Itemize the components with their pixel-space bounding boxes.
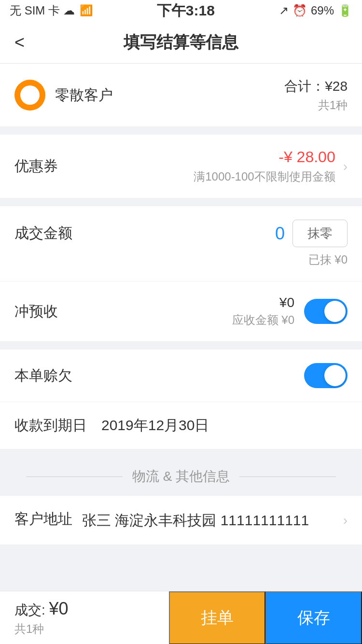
- prepay-toggle[interactable]: [304, 299, 348, 324]
- wifi-icon: 📶: [80, 4, 93, 17]
- alarm-icon: ⏰: [292, 4, 307, 17]
- summary-deal-amount: ¥0: [49, 599, 69, 618]
- address-label: 客户地址: [14, 509, 72, 529]
- due-date-value: 2019年12月30日: [101, 416, 209, 435]
- logistics-line-left: [26, 476, 123, 477]
- summary-count: 共1种: [14, 621, 154, 637]
- customer-left: 零散客户: [14, 80, 113, 111]
- divider-1: [0, 127, 362, 135]
- address-row[interactable]: 客户地址 张三 海淀永丰科技园 11111111111 ›: [0, 496, 362, 545]
- due-date-label: 收款到期日: [14, 416, 87, 435]
- status-time: 下午3:18: [157, 1, 215, 21]
- summary-deal-label: 成交:: [14, 602, 45, 617]
- toggle-knob: [324, 301, 346, 322]
- hold-button[interactable]: 挂单: [169, 591, 265, 644]
- divider-4: [0, 449, 362, 457]
- coupon-chevron: ›: [343, 159, 348, 174]
- customer-section: 零散客户 合计：¥28 共1种: [0, 64, 362, 127]
- deal-amount-section: 成交金额 0 抹零 已抹 ¥0: [0, 206, 362, 281]
- save-button[interactable]: 保存: [265, 591, 362, 644]
- prepay-amount: ¥0: [232, 295, 294, 310]
- main-content: 零散客户 合计：¥28 共1种 优惠券 -¥ 28.00 满1000-100不限…: [0, 64, 362, 644]
- battery-level: 69%: [311, 4, 334, 17]
- status-bar: 无 SIM 卡 ☁ 📶 下午3:18 ↗ ⏰ 69% 🔋: [0, 0, 362, 21]
- logistics-section-header: 物流 & 其他信息: [0, 457, 362, 496]
- bottom-summary: 成交: ¥0 共1种: [0, 599, 169, 637]
- logistics-line-right: [239, 476, 336, 477]
- total-price: 合计：¥28: [284, 77, 348, 96]
- status-right: ↗ ⏰ 69% 🔋: [279, 4, 352, 17]
- due-date-row[interactable]: 收款到期日 2019年12月30日: [0, 402, 362, 449]
- coupon-label: 优惠券: [14, 156, 58, 176]
- address-chevron: ›: [343, 513, 348, 528]
- prepay-right: ¥0 应收金额 ¥0: [232, 295, 348, 328]
- debit-row: 本单赊欠: [0, 350, 362, 402]
- divider-3: [0, 342, 362, 350]
- back-icon: <: [14, 32, 25, 52]
- address-value: 张三 海淀永丰科技园 11111111111: [82, 509, 309, 531]
- debit-label: 本单赊欠: [14, 366, 72, 386]
- debit-toggle-knob: [324, 365, 346, 386]
- divider-2: [0, 198, 362, 206]
- coupon-desc: 满1000-100不限制使用金额: [194, 169, 335, 184]
- prepay-amounts: ¥0 应收金额 ¥0: [232, 295, 294, 328]
- coupon-row[interactable]: 优惠券 -¥ 28.00 满1000-100不限制使用金额 ›: [0, 135, 362, 198]
- deal-row-top: 成交金额 0 抹零: [14, 220, 348, 247]
- customer-name: 零散客户: [55, 85, 113, 105]
- battery-icon: 🔋: [338, 4, 352, 17]
- coupon-value-group: -¥ 28.00 满1000-100不限制使用金额: [194, 148, 335, 184]
- logistics-label: 物流 & 其他信息: [132, 467, 230, 486]
- total-count: 共1种: [284, 98, 348, 113]
- summary-line1: 成交: ¥0: [14, 599, 154, 619]
- prepay-sub: 应收金额 ¥0: [232, 312, 294, 328]
- page-title: 填写结算等信息: [124, 31, 238, 54]
- prepay-row: 冲预收 ¥0 应收金额 ¥0: [0, 281, 362, 342]
- customer-right: 合计：¥28 共1种: [284, 77, 348, 113]
- sim-status: 无 SIM 卡 ☁: [10, 3, 75, 18]
- avatar-icon: [20, 85, 40, 105]
- customer-avatar: [14, 80, 45, 111]
- back-button[interactable]: <: [14, 32, 25, 53]
- deal-amount-label: 成交金额: [14, 224, 72, 243]
- address-left: 客户地址 张三 海淀永丰科技园 11111111111: [14, 509, 309, 531]
- location-icon: ↗: [279, 4, 289, 17]
- coupon-right: -¥ 28.00 满1000-100不限制使用金额 ›: [194, 148, 348, 184]
- debit-toggle[interactable]: [304, 363, 348, 388]
- deal-input-area: 0 抹零: [275, 220, 348, 247]
- customer-row: 零散客户 合计：¥28 共1种: [0, 64, 362, 127]
- prepay-label: 冲预收: [14, 302, 58, 322]
- nav-bar: < 填写结算等信息: [0, 21, 362, 64]
- round-button[interactable]: 抹零: [292, 220, 348, 247]
- coupon-amount: -¥ 28.00: [194, 148, 335, 166]
- status-left: 无 SIM 卡 ☁ 📶: [10, 3, 93, 18]
- deal-sub-text: 已抹 ¥0: [14, 252, 348, 267]
- deal-amount-value[interactable]: 0: [275, 224, 285, 244]
- bottom-bar: 成交: ¥0 共1种 挂单 保存: [0, 591, 362, 644]
